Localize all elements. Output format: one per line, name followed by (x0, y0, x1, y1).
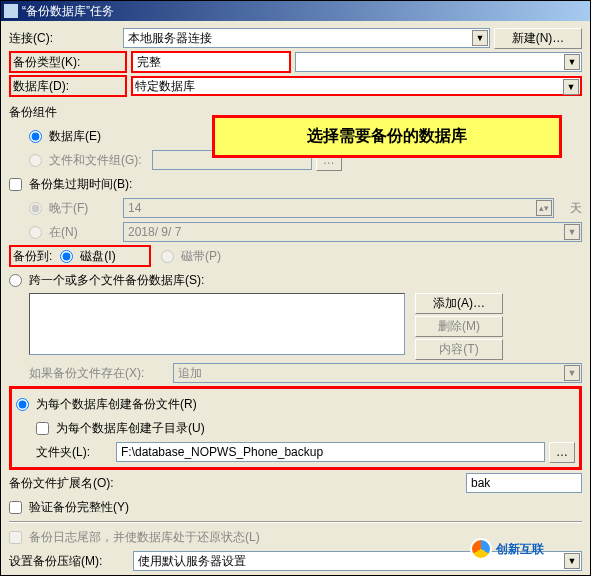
expire-on-label: 在(N) (49, 224, 78, 241)
highlight-database-label: 数据库(D): (9, 75, 127, 97)
folder-label: 文件夹(L): (36, 444, 112, 461)
connection-combo[interactable]: 本地服务器连接 ▼ (123, 28, 490, 48)
expire-unit: 天 (570, 200, 582, 217)
tape-radio: 磁带(P) (161, 248, 221, 265)
expire-checkbox[interactable]: 备份集过期时间(B): (9, 176, 132, 193)
chevron-down-icon: ▼ (564, 224, 580, 240)
folder-value: F:\database_NOPWS_Phone_backup (121, 445, 323, 459)
chevron-down-icon[interactable]: ▼ (472, 30, 488, 46)
contents-button: 内容(T) (415, 339, 503, 360)
radio-input[interactable] (9, 274, 22, 287)
radio-input (29, 154, 42, 167)
title-text: “备份数据库”任务 (22, 3, 114, 20)
backup-type-value: 完整 (137, 54, 161, 71)
expire-on-date: 2018/ 9/ 7 ▼ (123, 222, 582, 242)
highlight-backup-to: 备份到: 磁盘(I) (9, 245, 151, 267)
component-files-radio: 文件和文件组(G): (29, 152, 142, 169)
chevron-down-icon[interactable]: ▼ (563, 79, 579, 95)
files-listbox[interactable] (29, 293, 405, 355)
taillog-checkbox: 备份日志尾部，并使数据库处于还原状态(L) (9, 529, 260, 546)
new-connection-button[interactable]: 新建(N)… (494, 28, 582, 49)
components-legend: 备份组件 (9, 104, 57, 121)
backup-type-label: 备份类型(K): (13, 54, 80, 71)
connection-label: 连接(C): (9, 30, 119, 47)
connection-value: 本地服务器连接 (128, 30, 212, 47)
checkbox-input[interactable] (36, 422, 49, 435)
disk-radio[interactable]: 磁盘(I) (60, 248, 115, 265)
compression-value: 使用默认服务器设置 (138, 553, 246, 570)
backup-type-combo[interactable]: ▼ (295, 52, 582, 72)
annotation-callout: 选择需要备份的数据库 (212, 115, 562, 158)
watermark-text: 创新互联 (496, 541, 544, 558)
database-combo[interactable]: 特定数据库 ▼ (131, 76, 582, 96)
if-exists-label: 如果备份文件存在(X): (29, 365, 169, 382)
ext-field[interactable]: bak (466, 473, 582, 493)
expire-after-radio: 晚于(F) (29, 200, 119, 217)
if-exists-value: 追加 (178, 365, 202, 382)
if-exists-combo: 追加 ▼ (173, 363, 582, 383)
taillog-label: 备份日志尾部，并使数据库处于还原状态(L) (29, 529, 260, 546)
component-database-label: 数据库(E) (49, 128, 101, 145)
radio-input (29, 202, 42, 215)
subdir-checkbox[interactable]: 为每个数据库创建子目录(U) (36, 420, 205, 437)
checkbox-input[interactable] (9, 501, 22, 514)
checkbox-input[interactable] (9, 178, 22, 191)
add-button[interactable]: 添加(A)… (415, 293, 503, 314)
chevron-down-icon[interactable]: ▼ (564, 54, 580, 70)
database-label: 数据库(D): (13, 78, 69, 95)
compression-label: 设置备份压缩(M): (9, 553, 129, 570)
divider (9, 521, 582, 523)
tape-label: 磁带(P) (181, 248, 221, 265)
ext-value: bak (471, 476, 490, 490)
app-icon (4, 4, 18, 18)
radio-input[interactable] (29, 130, 42, 143)
verify-label: 验证备份完整性(Y) (29, 499, 129, 516)
radio-input[interactable] (60, 250, 73, 263)
subdir-label: 为每个数据库创建子目录(U) (56, 420, 205, 437)
expire-label: 备份集过期时间(B): (29, 176, 132, 193)
spinner-icon: ▴▾ (536, 200, 552, 216)
watermark: 创新互联 (470, 533, 590, 565)
expire-after-value: 14 (128, 201, 141, 215)
component-database-radio[interactable]: 数据库(E) (29, 128, 101, 145)
checkbox-input (9, 531, 22, 544)
expire-after-spinner: 14 ▴▾ (123, 198, 554, 218)
disk-label: 磁盘(I) (80, 248, 115, 265)
remove-button: 删除(M) (415, 316, 503, 337)
radio-input (161, 250, 174, 263)
ext-label: 备份文件扩展名(O): (9, 475, 149, 492)
watermark-logo-icon (470, 538, 492, 560)
folder-browse-button[interactable]: … (549, 442, 575, 463)
highlight-backup-type-label: 备份类型(K): (9, 51, 127, 73)
radio-input[interactable] (16, 398, 29, 411)
titlebar: “备份数据库”任务 (1, 1, 590, 21)
chevron-down-icon: ▼ (564, 365, 580, 381)
folder-field[interactable]: F:\database_NOPWS_Phone_backup (116, 442, 545, 462)
database-value: 特定数据库 (135, 78, 195, 95)
across-files-label: 跨一个或多个文件备份数据库(S): (29, 272, 204, 289)
perdb-label: 为每个数据库创建备份文件(R) (36, 396, 197, 413)
highlight-backup-type-value: 完整 (131, 51, 291, 73)
component-files-label: 文件和文件组(G): (49, 152, 142, 169)
across-files-radio[interactable]: 跨一个或多个文件备份数据库(S): (9, 272, 204, 289)
expire-on-value: 2018/ 9/ 7 (128, 225, 181, 239)
backup-to-label: 备份到: (13, 248, 52, 265)
expire-after-label: 晚于(F) (49, 200, 88, 217)
expire-on-radio: 在(N) (29, 224, 119, 241)
verify-checkbox[interactable]: 验证备份完整性(Y) (9, 499, 129, 516)
radio-input (29, 226, 42, 239)
perdb-radio[interactable]: 为每个数据库创建备份文件(R) (16, 396, 197, 413)
